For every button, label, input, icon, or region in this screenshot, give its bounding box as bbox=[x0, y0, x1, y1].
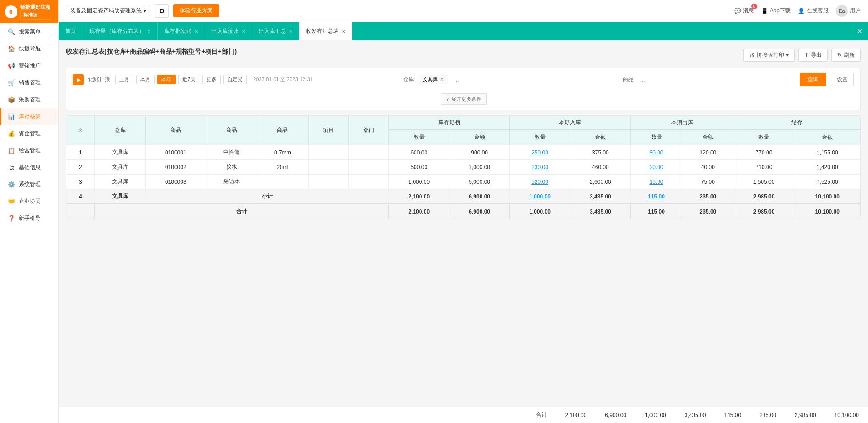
system-name-select[interactable]: 装备及固定资产辅助管理系统 ▾ bbox=[66, 5, 150, 16]
marketing-icon: 📢 bbox=[8, 62, 15, 70]
tab-label-stock_dist: 现存量（库存分布表） bbox=[89, 27, 144, 35]
sidebar: 6 畅捷通好生意 标准版 🔍 搜索菜单 🏠 快捷导航 📢 营销推广 🛒 销售管理… bbox=[0, 0, 59, 423]
th-balance-qty: 数量 bbox=[734, 130, 794, 145]
subtotal-row: 4 文具库 小计 2,100.00 6,900.00 1,000.00 3,43… bbox=[66, 189, 860, 204]
print-icon: 🖨 bbox=[749, 52, 755, 58]
system-icon: ⚙️ bbox=[8, 181, 15, 188]
th-goods-code: 商品 bbox=[145, 116, 206, 145]
tab-in_out_flow[interactable]: 出入库流水✕ bbox=[205, 22, 252, 40]
tab-home[interactable]: 首页 bbox=[59, 22, 83, 40]
page-footer: 合计 2,100.00 6,900.00 1,000.00 3,435.00 1… bbox=[59, 407, 868, 423]
th-out-qty: 数量 bbox=[630, 130, 682, 145]
th-opening-qty: 数量 bbox=[389, 130, 449, 145]
sidebar-item-label: 库存核算 bbox=[19, 113, 41, 121]
goods-more-button[interactable]: ... bbox=[638, 77, 647, 83]
date-btn-更多[interactable]: 更多 bbox=[202, 75, 221, 84]
sidebar-item-label: 采购管理 bbox=[19, 96, 41, 104]
date-btn-近7天[interactable]: 近7天 bbox=[178, 75, 199, 84]
sidebar-item-purchase[interactable]: 📦 采购管理 bbox=[0, 91, 58, 108]
th-dept: 部门 bbox=[348, 116, 389, 145]
expand-conditions-button[interactable]: ∨ 展开更多条件 bbox=[441, 93, 487, 105]
app-logo: 6 畅捷通好生意 标准版 bbox=[0, 0, 58, 23]
tab-close-batch[interactable]: ✕ bbox=[194, 29, 198, 34]
footer-row: 合计 2,100.00 6,900.00 1,000.00 3,435.00 1… bbox=[66, 204, 860, 219]
date-btn-上月[interactable]: 上月 bbox=[115, 75, 133, 84]
sidebar-item-label: 搜索菜单 bbox=[19, 28, 41, 36]
tab-close-in_out_flow[interactable]: ✕ bbox=[242, 29, 245, 34]
message-icon: 💬 bbox=[734, 8, 741, 14]
sidebar-item-inventory[interactable]: 📊 库存核算 bbox=[0, 108, 58, 125]
settings-button[interactable]: ⚙ bbox=[155, 4, 169, 18]
tab-in_out_summary[interactable]: 出入库汇总✕ bbox=[252, 22, 299, 40]
tab-label-recv_send: 收发存汇总表 bbox=[306, 27, 339, 35]
date-btn-自定义[interactable]: 自定义 bbox=[223, 75, 247, 84]
main-content: 装备及固定资产辅助管理系统 ▾ ⚙ 体验行业方案 💬 消息 6 📱 App下载 … bbox=[59, 0, 868, 423]
th-group-in: 本期入库 bbox=[510, 116, 631, 130]
filter-toggle-button[interactable]: ▶ bbox=[73, 74, 84, 85]
online-service-button[interactable]: 👤 在线客服 bbox=[798, 7, 829, 15]
chevron-down-icon: ∨ bbox=[446, 96, 449, 102]
warehouse-tag: 文具库 ✕ bbox=[419, 75, 448, 84]
enterprise-icon: 🤝 bbox=[8, 198, 15, 205]
date-btn-本月[interactable]: 本月 bbox=[136, 75, 155, 84]
top-header: 装备及固定资产辅助管理系统 ▾ ⚙ 体验行业方案 💬 消息 6 📱 App下载 … bbox=[59, 0, 868, 22]
sidebar-item-marketing[interactable]: 📢 营销推广 bbox=[0, 57, 58, 74]
tab-close-stock_dist[interactable]: ✕ bbox=[147, 29, 151, 34]
table-row: 3 文具库 0100003 采访本 1,000.00 5,000.00 520.… bbox=[66, 175, 860, 189]
sidebar-item-label: 销售管理 bbox=[19, 79, 41, 87]
th-balance-amt: 金额 bbox=[794, 130, 860, 145]
try-button[interactable]: 体验行业方案 bbox=[173, 4, 219, 17]
sidebar-item-search[interactable]: 🔍 搜索菜单 bbox=[0, 23, 58, 40]
service-icon: 👤 bbox=[798, 8, 805, 14]
tab-close-in_out_summary[interactable]: ✕ bbox=[289, 29, 293, 34]
sidebar-item-label: 快捷导航 bbox=[19, 45, 41, 53]
sidebar-item-finance[interactable]: 💰 资金管理 bbox=[0, 125, 58, 142]
export-icon: ⬆ bbox=[804, 52, 809, 58]
sidebar-item-operations[interactable]: 📋 经营管理 bbox=[0, 142, 58, 159]
basic-icon: 🗂 bbox=[8, 164, 15, 171]
sidebar-item-sales[interactable]: 🛒 销售管理 bbox=[0, 74, 58, 91]
data-table: ⚙ 仓库 商品 商品 商品 项目 部门 库存期初 本期入库 本期出库 结存 数量 bbox=[66, 115, 861, 219]
query-button[interactable]: 查询 bbox=[800, 73, 826, 86]
tab-bar: 首页现存量（库存分布表）✕库存批次账✕出入库流水✕出入库汇总✕收发存汇总表✕ ✕ bbox=[59, 22, 868, 40]
tab-stock_dist[interactable]: 现存量（库存分布表）✕ bbox=[83, 22, 158, 40]
inventory-icon: 📊 bbox=[8, 113, 15, 121]
sidebar-item-system[interactable]: ⚙️ 系统管理 bbox=[0, 176, 58, 193]
sidebar-item-enterprise[interactable]: 🤝 企业协同 bbox=[0, 193, 58, 210]
sidebar-item-basic[interactable]: 🗂 基础信息 bbox=[0, 159, 58, 176]
tab-batch[interactable]: 库存批次账✕ bbox=[158, 22, 205, 40]
warehouse-tag-close[interactable]: ✕ bbox=[440, 77, 444, 82]
messages-button[interactable]: 💬 消息 6 bbox=[734, 7, 754, 15]
th-goods-spec: 商品 bbox=[257, 116, 308, 145]
warehouse-more-button[interactable]: ... bbox=[453, 77, 461, 83]
tab-close-recv_send[interactable]: ✕ bbox=[342, 29, 345, 34]
refresh-button[interactable]: ↻ 刷新 bbox=[831, 49, 861, 62]
export-button[interactable]: ⬆ 导出 bbox=[798, 49, 828, 62]
sidebar-item-quick[interactable]: 🏠 快捷导航 bbox=[0, 40, 58, 57]
sidebar-item-label: 企业协同 bbox=[19, 198, 41, 205]
filter-settings-button[interactable]: 设置 bbox=[831, 73, 854, 86]
th-opening-amt: 金额 bbox=[449, 130, 510, 145]
date-btn-本年[interactable]: 本年 bbox=[157, 75, 176, 84]
tab-recv_send[interactable]: 收发存汇总表✕ bbox=[299, 22, 352, 40]
page-title: 收发存汇总表(按仓库+商品编码+商品+规格型号+项目+部门) bbox=[66, 48, 237, 56]
finance-icon: 💰 bbox=[8, 130, 15, 137]
print-button[interactable]: 🖨 拼接版打印 ▾ bbox=[743, 49, 795, 62]
sidebar-item-label: 经营管理 bbox=[19, 147, 41, 154]
tab-label-home: 首页 bbox=[65, 27, 76, 35]
app-download-button[interactable]: 📱 App下载 bbox=[761, 7, 791, 15]
sidebar-item-label: 新手引导 bbox=[19, 214, 41, 222]
tab-label-in_out_flow: 出入库流水 bbox=[211, 27, 239, 35]
quick-icon: 🏠 bbox=[8, 45, 15, 53]
purchase-icon: 📦 bbox=[8, 96, 15, 104]
tab-bar-close-button[interactable]: ✕ bbox=[851, 27, 868, 35]
th-group-out: 本期出库 bbox=[630, 116, 734, 130]
th-gear[interactable]: ⚙ bbox=[66, 116, 94, 145]
guide-icon: ❓ bbox=[8, 215, 15, 222]
user-menu-button[interactable]: Ea 用户 bbox=[836, 5, 861, 17]
download-icon: 📱 bbox=[761, 8, 768, 14]
sidebar-item-label: 基础信息 bbox=[19, 164, 41, 171]
sidebar-item-label: 资金管理 bbox=[19, 130, 41, 137]
date-filter: 上月本月本年近7天更多自定义 bbox=[115, 75, 247, 84]
sidebar-item-guide[interactable]: ❓ 新手引导 bbox=[0, 210, 58, 227]
